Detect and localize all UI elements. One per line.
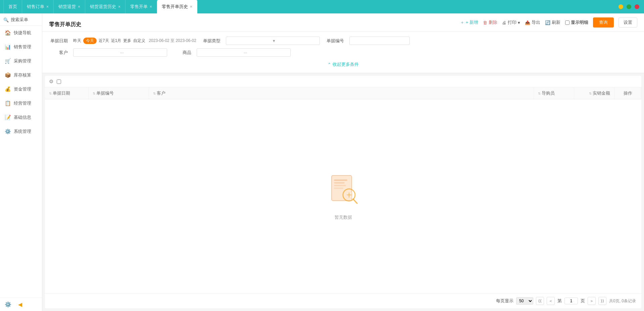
settings-bottom-icon[interactable]: ⚙️ [5,301,11,308]
sidebar-item-finance[interactable]: 💰 资金管理 [0,82,42,96]
maximize-button[interactable] [627,4,631,9]
th-amount-label: 实销金额 [593,90,610,96]
current-page-input[interactable] [564,298,578,304]
empty-state: 暂无数据 [45,99,641,293]
tab-sales-order-close[interactable]: × [46,4,49,9]
window-controls [618,4,641,9]
table-settings-icon[interactable]: ⚙ [49,79,53,85]
customer-select[interactable]: ··· [73,48,167,57]
th-customer[interactable]: ⇅ 客户 [149,88,534,99]
th-guide-label: 导购员 [542,90,555,96]
display-detail-toggle[interactable]: 显示明细 [565,19,588,25]
export-label: 导出 [532,19,540,25]
goods-select[interactable]: ··· [197,48,291,57]
page-header: 零售开单历史 ＋ + 新增 🗑 删除 🖨 打印 ▾ 📤 导出 [42,13,644,32]
page-title: 零售开单历史 [49,21,81,28]
shortcut-custom[interactable]: 自定义 [133,38,145,44]
th-operations-label: 操作 [624,90,632,96]
home-icon: 🏠 [5,30,11,36]
sidebar-item-sales-label: 销售管理 [14,44,31,50]
tab-return[interactable]: 销货退货 × [54,0,85,13]
sidebar-item-basic[interactable]: 📝 基础信息 [0,110,42,124]
date-shortcuts: 昨天 今天 近7天 近1月 更多 自定义 2023-06-02 至 2023-0… [73,38,196,44]
add-label: + 新增 [466,19,478,25]
th-customer-label: 客户 [157,90,165,96]
goods-dots-icon[interactable]: ··· [244,50,288,55]
sidebar-search-label: 搜索采单 [11,17,28,23]
sidebar-item-system[interactable]: ⚙️ 系统管理 [0,124,42,139]
sidebar-item-purchase-label: 采购管理 [14,58,31,64]
sidebar-item-sales[interactable]: 📊 销售管理 [0,40,42,54]
tab-retail-history-close[interactable]: × [190,4,192,9]
prev-page-button[interactable]: ＜ [547,297,555,305]
first-page-button[interactable]: ⟨⟨ [536,297,544,305]
th-date[interactable]: ⇅ 单据日期 [45,88,89,99]
tab-retail-bill[interactable]: 零售开单 × [126,0,157,13]
tab-return-history[interactable]: 销货退货历史 × [85,0,126,13]
toolbar: ＋ + 新增 🗑 删除 🖨 打印 ▾ 📤 导出 🔄 [460,17,637,32]
tab-return-history-close[interactable]: × [118,4,120,9]
date-range-display: 2023-06-02 至 2023-06-02 [149,38,196,44]
shortcut-today[interactable]: 今天 [83,38,97,44]
tab-return-close[interactable]: × [78,4,80,9]
search-icon: 🔍 [3,17,9,22]
shortcut-7days[interactable]: 近7天 [99,38,109,44]
minimize-button[interactable] [618,4,623,9]
refresh-button[interactable]: 🔄 刷新 [545,19,560,25]
tab-retail-history[interactable]: 零售开单历史 × [157,0,197,13]
export-button[interactable]: 📤 导出 [525,19,540,25]
display-detail-label: 显示明细 [571,19,588,25]
tab-retail-history-label: 零售开单历史 [162,4,188,10]
sidebar-item-home[interactable]: 🏠 快捷导航 [0,26,42,40]
sidebar-item-purchase[interactable]: 🛒 采购管理 [0,54,42,68]
type-select[interactable]: ▾ [226,37,320,45]
shortcut-1month[interactable]: 近1月 [111,38,121,44]
billno-filter-label: 单据编号 [325,38,344,44]
add-icon: ＋ [460,19,464,25]
empty-illustration [325,172,362,209]
th-amount[interactable]: ⇅ 实销金额 [574,88,614,99]
sidebar-item-operation[interactable]: 📋 经营管理 [0,96,42,110]
th-guide[interactable]: ⇅ 导购员 [534,88,574,99]
delete-label: 删除 [489,19,497,25]
collapse-filter-button[interactable]: ⌃ 收起更多条件 [49,60,637,70]
print-label: 打印 [508,19,516,25]
total-info: 共0页, 0条记录 [609,298,636,304]
page-unit: 页 [581,298,585,304]
main-layout: 🔍 搜索采单 🏠 快捷导航 📊 销售管理 🛒 采购管理 📦 库存核算 💰 资金管… [0,13,644,311]
delete-button[interactable]: 🗑 删除 [483,19,497,25]
tab-sales-order-label: 销售订单 [27,4,44,10]
top-tabbar: 首页 销售订单 × 销货退货 × 销货退货历史 × 零售开单 × 零售开单历史 … [0,0,644,13]
tab-retail-bill-close[interactable]: × [150,4,152,9]
display-detail-checkbox[interactable] [565,20,569,25]
customer-dots-icon[interactable]: ··· [120,50,164,55]
add-button[interactable]: ＋ + 新增 [460,19,478,25]
sidebar-item-inventory[interactable]: 📦 库存核算 [0,68,42,82]
tab-sales-order[interactable]: 销售订单 × [22,0,54,13]
billno-input[interactable] [349,37,410,45]
system-icon: ⚙️ [5,128,11,135]
close-button[interactable] [635,4,639,9]
shortcut-more[interactable]: 更多 [123,38,131,44]
th-bill-no-label: 单据编号 [96,90,114,96]
table-toolbar: ⚙ [45,76,641,88]
content-area: 零售开单历史 ＋ + 新增 🗑 删除 🖨 打印 ▾ 📤 导出 [42,13,644,311]
tab-home[interactable]: 首页 [3,0,22,13]
last-page-button[interactable]: ⟩⟩ [598,297,606,305]
shortcut-yesterday[interactable]: 昨天 [73,38,81,44]
empty-text: 暂无数据 [335,214,352,220]
th-bill-no[interactable]: ⇅ 单据编号 [89,88,149,99]
print-button[interactable]: 🖨 打印 ▾ [502,19,520,25]
next-page-button[interactable]: ＞ [588,297,596,305]
sort-customer-icon: ⇅ [153,92,156,95]
collapse-sidebar-icon[interactable]: ◀ [18,301,22,308]
sidebar-search[interactable]: 🔍 搜索采单 [0,13,42,26]
settings-label: 设置 [624,20,632,25]
svg-rect-3 [334,185,346,186]
page-size-select[interactable]: 50 100 200 [516,297,533,305]
settings-button[interactable]: 设置 [618,17,637,28]
date-filter-label: 单据日期 [49,38,68,44]
tab-return-label: 销货退货 [58,4,76,10]
select-all-checkbox[interactable] [57,80,61,84]
query-button[interactable]: 查询 [593,17,614,28]
